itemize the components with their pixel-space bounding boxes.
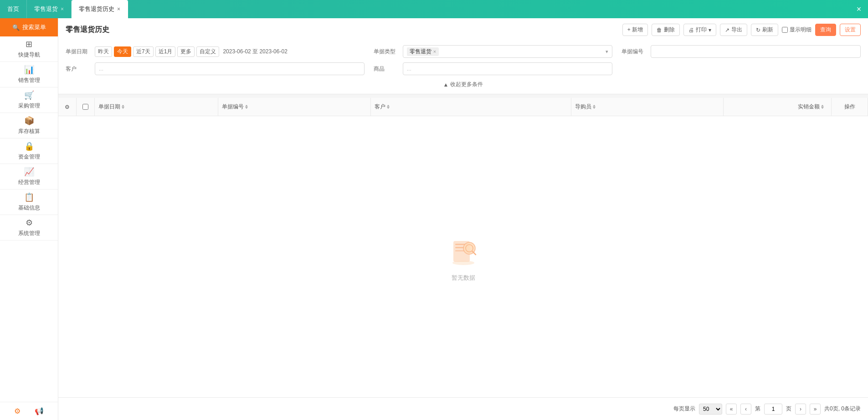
page-first-button[interactable]: « xyxy=(726,404,737,415)
type-filter-select[interactable]: 零售退货 × ▾ xyxy=(403,45,613,58)
settings-button[interactable]: 设置 xyxy=(840,24,861,36)
th-customer-sort[interactable] xyxy=(387,105,390,109)
print-label: 打印 xyxy=(696,26,707,34)
sidebar-item-sales-label: 销售管理 xyxy=(18,77,40,84)
sidebar-search[interactable]: 🔍 搜索菜单 xyxy=(0,18,58,36)
sidebar-item-basicinfo[interactable]: 📋 基础信息 xyxy=(0,190,58,215)
tab-retail-return[interactable]: 零售退货 × xyxy=(27,0,72,18)
sidebar-item-finance[interactable]: 🔒 资金管理 xyxy=(0,138,58,164)
sidebar-item-quicknav[interactable]: ⊞ 快捷导航 xyxy=(0,36,58,62)
delete-button[interactable]: 🗑 删除 xyxy=(652,24,680,36)
customer-filter-input[interactable] xyxy=(95,62,365,75)
th-docnum-sort[interactable] xyxy=(245,105,248,109)
top-bar: 首页 零售退货 × 零售退货历史 × × xyxy=(0,0,868,18)
date-btn-more[interactable]: 更多 xyxy=(177,46,195,57)
sidebar: 🔍 搜索菜单 ⊞ 快捷导航 📊 销售管理 🛒 采购管理 📦 库存核算 🔒 xyxy=(0,18,58,420)
tab-retail-return-close[interactable]: × xyxy=(61,6,64,12)
table-area: ⚙ 单据日期 单据编号 xyxy=(58,98,868,397)
sidebar-speaker-button[interactable]: 📢 xyxy=(35,407,44,415)
export-label: 导出 xyxy=(731,26,742,34)
sales-icon: 📊 xyxy=(24,65,34,75)
collapse-up-icon: ▲ xyxy=(443,82,449,88)
th-guide[interactable]: 导购员 xyxy=(571,98,724,116)
sidebar-item-purchase[interactable]: 🛒 采购管理 xyxy=(0,87,58,113)
date-btn-today[interactable]: 今天 xyxy=(114,46,131,57)
sidebar-search-label: 搜索菜单 xyxy=(22,23,46,31)
sidebar-item-operations-label: 经营管理 xyxy=(18,179,40,186)
sort-down-icon xyxy=(245,107,248,109)
th-guide-label: 导购员 xyxy=(575,103,591,111)
date-btn-7days[interactable]: 近7天 xyxy=(133,46,154,57)
refresh-button[interactable]: ↻ 刷新 xyxy=(751,24,778,36)
refresh-label: 刷新 xyxy=(762,26,773,34)
filter-area: 单据日期 昨天 今天 近7天 近1月 更多 自定义 2023-06-02 至 2… xyxy=(66,41,861,94)
page-size-label: 每页显示 xyxy=(673,405,695,413)
th-settings[interactable]: ⚙ xyxy=(58,98,77,116)
goods-filter-input[interactable] xyxy=(403,62,613,75)
query-button[interactable]: 查询 xyxy=(815,24,836,36)
collapse-button[interactable]: ▲ 收起更多条件 xyxy=(439,80,488,89)
type-filter-tag: 零售退货 × xyxy=(407,47,439,56)
inventory-icon: 📦 xyxy=(24,116,34,126)
page-number-input[interactable] xyxy=(764,404,782,415)
export-icon: ↗ xyxy=(725,27,729,33)
select-all-checkbox[interactable] xyxy=(82,104,88,110)
th-customer[interactable]: 客户 xyxy=(371,98,571,116)
sidebar-item-sales[interactable]: 📊 销售管理 xyxy=(0,62,58,87)
th-date[interactable]: 单据日期 xyxy=(95,98,218,116)
sidebar-item-system[interactable]: ⚙ 系统管理 xyxy=(0,215,58,241)
th-checkbox[interactable] xyxy=(77,98,95,116)
tab-list: 首页 零售退货 × 零售退货历史 × xyxy=(0,0,850,18)
type-filter-label: 单据类型 xyxy=(374,48,399,56)
page-prev-button[interactable]: ‹ xyxy=(740,404,751,415)
sort-down-icon xyxy=(593,107,596,109)
sidebar-nav: ⊞ 快捷导航 📊 销售管理 🛒 采购管理 📦 库存核算 🔒 资金管理 📈 xyxy=(0,36,58,402)
th-amount[interactable]: 实销金额 xyxy=(724,98,832,116)
export-button[interactable]: ↗ 导出 xyxy=(720,24,747,36)
type-tag-label: 零售退货 xyxy=(410,48,431,56)
empty-text: 暂无数据 xyxy=(452,274,475,282)
tab-retail-return-history[interactable]: 零售退货历史 × xyxy=(72,0,128,18)
new-button[interactable]: + 新增 xyxy=(622,24,648,36)
th-docnum[interactable]: 单据编号 xyxy=(218,98,371,116)
purchase-icon: 🛒 xyxy=(24,90,34,100)
tab-retail-return-history-close[interactable]: × xyxy=(117,6,120,12)
sort-down-icon xyxy=(122,107,124,109)
display-detail-toggle[interactable]: 显示明细 xyxy=(782,26,812,34)
th-amount-sort[interactable] xyxy=(821,105,824,109)
pagination-bar: 每页显示 50 10 20 100 « ‹ 第 页 › » 共0页, 0条记录 xyxy=(58,397,868,420)
th-date-sort[interactable] xyxy=(122,105,124,109)
sidebar-item-inventory-label: 库存核算 xyxy=(18,128,40,135)
th-guide-sort[interactable] xyxy=(593,105,596,109)
date-filter-buttons: 昨天 今天 近7天 近1月 更多 自定义 xyxy=(95,46,219,57)
docnum-filter-input[interactable] xyxy=(651,45,861,58)
sidebar-item-operations[interactable]: 📈 经营管理 xyxy=(0,164,58,190)
sort-up-icon xyxy=(593,105,596,107)
goods-filter-label: 商品 xyxy=(374,65,399,73)
type-select-arrow-icon: ▾ xyxy=(606,49,608,55)
sort-up-icon xyxy=(122,105,124,107)
window-close-button[interactable]: × xyxy=(850,0,868,18)
sidebar-item-basicinfo-label: 基础信息 xyxy=(18,204,40,212)
page-size-select[interactable]: 50 10 20 100 xyxy=(699,404,722,415)
sidebar-item-quicknav-label: 快捷导航 xyxy=(18,51,40,59)
docnum-filter-label: 单据编号 xyxy=(621,48,647,56)
date-btn-custom[interactable]: 自定义 xyxy=(196,46,219,57)
empty-state: 暂无数据 xyxy=(58,116,868,397)
page-last-button[interactable]: » xyxy=(810,404,821,415)
display-detail-label: 显示明细 xyxy=(790,26,812,34)
date-btn-yesterday[interactable]: 昨天 xyxy=(95,46,112,57)
sidebar-item-finance-label: 资金管理 xyxy=(18,153,40,161)
page-title-row: 零售退货历史 + 新增 🗑 删除 🖨 打印 ▾ ↗ 导出 xyxy=(66,24,861,36)
display-detail-checkbox[interactable] xyxy=(782,27,788,33)
sidebar-item-system-label: 系统管理 xyxy=(18,230,40,237)
print-button[interactable]: 🖨 打印 ▾ xyxy=(683,24,716,36)
page-next-button[interactable]: › xyxy=(795,404,806,415)
settings-gear-icon: ⚙ xyxy=(65,104,70,110)
sidebar-item-inventory[interactable]: 📦 库存核算 xyxy=(0,113,58,138)
sidebar-gear-button[interactable]: ⚙ xyxy=(14,407,21,415)
tab-home[interactable]: 首页 xyxy=(0,0,27,18)
type-tag-close[interactable]: × xyxy=(433,49,436,54)
date-btn-1month[interactable]: 近1月 xyxy=(155,46,176,57)
page-title: 零售退货历史 xyxy=(66,25,109,35)
